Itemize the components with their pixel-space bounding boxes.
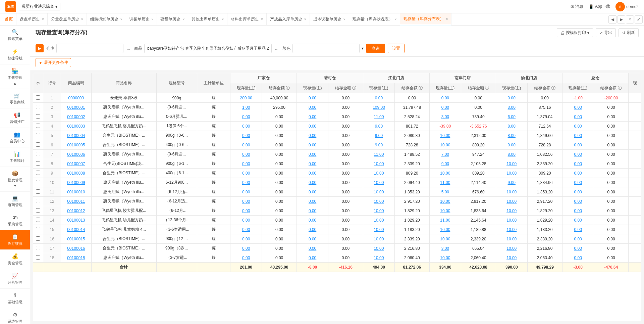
row-lu-qty[interactable]: 0.00 — [297, 253, 328, 263]
row-code[interactable]: 00100016 — [61, 244, 91, 253]
row-lu-qty[interactable]: 0.00 — [297, 122, 328, 131]
close-icon[interactable]: × — [120, 17, 122, 21]
row-checkbox[interactable] — [33, 93, 43, 103]
row-code[interactable]: 00100018 — [61, 253, 91, 263]
row-nan-qty[interactable]: 10.00 — [429, 169, 461, 178]
row-checkbox[interactable] — [33, 225, 43, 234]
row-nan-qty[interactable]: 10.00 — [429, 206, 461, 216]
row-nan-qty[interactable]: 10.00 — [429, 234, 461, 244]
row-checkbox[interactable] — [33, 244, 43, 253]
row-code[interactable]: 0000003 — [61, 93, 91, 103]
row-factory-qty[interactable]: 0.00 — [230, 197, 262, 206]
app-download-button[interactable]: 📱 App下载 — [589, 4, 610, 9]
row-factory-qty[interactable]: 0.00 — [230, 122, 262, 131]
row-yubei-qty[interactable]: 10.00 — [496, 244, 527, 253]
sidebar-item-basics[interactable]: ℹ 基础信息 — [0, 289, 30, 308]
color-input[interactable] — [292, 44, 360, 53]
nav-expand-button[interactable]: ⤢ — [635, 15, 643, 24]
message-button[interactable]: ✉ 消息 — [571, 4, 583, 9]
sidebar-item-purchase[interactable]: 🛍 采购管理 — [0, 211, 30, 230]
row-checkbox[interactable] — [33, 122, 43, 131]
row-jiangbei-qty[interactable]: 109.00 — [363, 103, 394, 112]
row-nan-qty[interactable]: 0.00 — [429, 103, 461, 112]
row-checkbox[interactable] — [33, 187, 43, 197]
row-total-qty[interactable]: 0.00 — [562, 197, 594, 206]
row-nan-qty[interactable]: 3.00 — [429, 244, 461, 253]
sidebar-item-nav[interactable]: ⚡ 快捷导航 — [0, 45, 30, 64]
row-lu-qty[interactable]: 0.00 — [297, 187, 328, 197]
row-nan-qty[interactable]: 9.00 — [429, 159, 461, 169]
row-nan-qty[interactable]: 0.00 — [429, 93, 461, 103]
row-code[interactable]: 00100001 — [61, 103, 91, 112]
row-total-qty[interactable]: 0.00 — [562, 244, 594, 253]
tab-requisition[interactable]: 要货单历史 × — [157, 13, 188, 26]
goods-ellipsis[interactable]: ... — [274, 46, 280, 51]
row-total-qty[interactable]: 0.00 — [562, 216, 594, 225]
row-checkbox[interactable] — [33, 253, 43, 263]
row-yubei-qty[interactable]: 6.00 — [496, 112, 527, 122]
row-nan-qty[interactable]: 5.00 — [429, 187, 461, 197]
row-nan-qty[interactable]: 10.00 — [429, 131, 461, 140]
row-checkbox[interactable] — [33, 178, 43, 187]
row-code[interactable]: 00100007 — [61, 159, 91, 169]
setting-button[interactable]: 设置 — [388, 44, 405, 53]
row-jiangbei-qty[interactable]: 10.00 — [363, 159, 394, 169]
row-nan-qty[interactable]: 10.00 — [429, 225, 461, 234]
tab-assembly[interactable]: 组装拆卸单历史 × — [87, 13, 126, 26]
company-selector[interactable]: 母婴行业演示陈套 ▾ — [19, 3, 60, 10]
row-total-qty[interactable]: 0.00 — [562, 253, 594, 263]
row-factory-qty[interactable]: 0.00 — [230, 253, 262, 263]
row-lu-qty[interactable]: 0.00 — [297, 140, 328, 150]
close-icon[interactable]: × — [343, 17, 345, 21]
row-checkbox[interactable] — [33, 216, 43, 225]
row-total-qty[interactable]: 0.00 — [562, 150, 594, 159]
row-nan-qty[interactable]: 10.00 — [429, 197, 461, 206]
row-lu-qty[interactable]: 0.00 — [297, 244, 328, 253]
row-code[interactable]: 00100013 — [61, 216, 91, 225]
row-lu-qty[interactable]: 0.00 — [297, 216, 328, 225]
row-yubei-qty[interactable]: 10.00 — [496, 206, 527, 216]
row-yubei-qty[interactable]: 10.00 — [496, 234, 527, 244]
row-total-qty[interactable]: -1.00 — [562, 93, 594, 103]
row-lu-qty[interactable]: 0.00 — [297, 159, 328, 169]
row-code[interactable]: 00100009 — [61, 178, 91, 187]
row-code[interactable]: 00100011 — [61, 197, 91, 206]
row-jiangbei-qty[interactable]: 11.00 — [363, 150, 394, 159]
row-lu-qty[interactable]: 0.00 — [297, 150, 328, 159]
row-jiangbei-qty[interactable]: 10.00 — [363, 253, 394, 263]
row-total-qty[interactable]: 0.00 — [562, 122, 594, 131]
close-icon[interactable]: × — [42, 17, 44, 21]
row-factory-qty[interactable]: 0.00 — [230, 169, 262, 178]
row-yubei-qty[interactable]: 10.00 — [496, 253, 527, 263]
row-code[interactable]: 00100008 — [61, 169, 91, 178]
sidebar-item-marketing[interactable]: 📢 营销推广 — [0, 108, 30, 128]
sidebar-item-retail-stats[interactable]: 📊 零售统计 — [0, 147, 30, 167]
sidebar-item-ecommerce[interactable]: 💻 电商管理 — [0, 192, 30, 211]
row-yubei-qty[interactable]: 3.00 — [496, 103, 527, 112]
sidebar-item-inventory[interactable]: 📋 库存核算 — [0, 230, 30, 250]
row-factory-qty[interactable]: 0.00 — [230, 206, 262, 216]
sidebar-item-system[interactable]: ⚙ 系统管理 — [0, 308, 30, 324]
row-lu-qty[interactable]: 0.00 — [297, 93, 328, 103]
tab-stock-status[interactable]: 现存量（库存状况表） × — [349, 13, 400, 26]
row-total-qty[interactable]: 0.00 — [562, 234, 594, 244]
row-jiangbei-qty[interactable]: 10.00 — [363, 178, 394, 187]
row-lu-qty[interactable]: 0.00 — [297, 178, 328, 187]
row-code[interactable]: 00100003 — [61, 122, 91, 131]
row-code[interactable]: 00100014 — [61, 225, 91, 234]
row-checkbox[interactable] — [33, 112, 43, 122]
row-code[interactable]: 00100006 — [61, 150, 91, 159]
expand-filter-button[interactable]: ▼ 展开更多条件 — [36, 58, 71, 67]
row-yubei-qty[interactable]: 10.00 — [496, 169, 527, 178]
close-icon[interactable]: × — [395, 17, 397, 21]
row-code[interactable]: 00100010 — [61, 187, 91, 197]
sidebar-item-retail[interactable]: 🏪 零售管理 ▲ — [0, 64, 30, 89]
tab-material-outbound[interactable]: 材料出库单历史 × — [227, 13, 267, 26]
row-total-qty[interactable]: 0.00 — [562, 225, 594, 234]
row-nan-qty[interactable]: -39.00 — [429, 122, 461, 131]
row-checkbox[interactable] — [33, 131, 43, 140]
row-code[interactable]: 00100004 — [61, 131, 91, 140]
row-lu-qty[interactable]: 0.00 — [297, 206, 328, 216]
tab-partial-inventory[interactable]: 分量盘点单历史 × — [48, 13, 87, 26]
sidebar-item-wholesale[interactable]: 📦 批发管理 ▾ — [0, 167, 30, 192]
